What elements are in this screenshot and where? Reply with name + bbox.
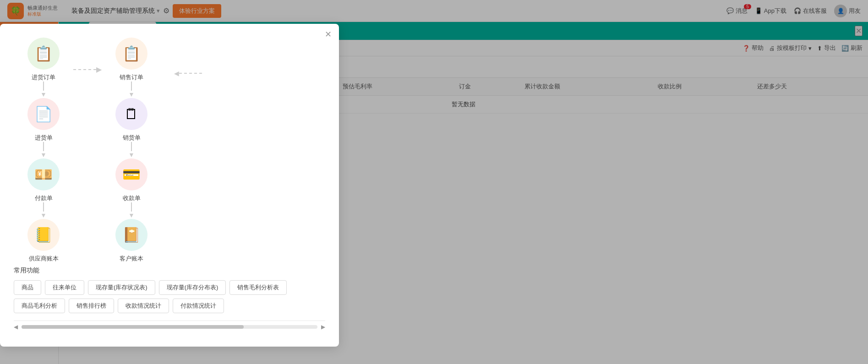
func-btn-stock-dist[interactable]: 现存量(库存分布表) — [159, 280, 226, 295]
modal-overlay: ✕ 📋 进货订单 — [59, 22, 868, 364]
purchase-bill-circle: 📄 — [59, 98, 60, 130]
sales-bill-circle: 🗒 — [115, 98, 147, 130]
purchase-bill-node[interactable]: 📄 进货单 — [59, 98, 73, 142]
scroll-thumb[interactable] — [59, 325, 244, 329]
flow-right-col: 📋 销售订单 ▼ — [102, 38, 161, 263]
sales-bill-node[interactable]: 🗒 销货单 — [102, 98, 161, 142]
common-title: 常用功能 — [59, 266, 325, 275]
scroll-bar: ◀ ▶ — [59, 321, 325, 333]
supplier-ledger-circle: 📒 — [59, 219, 60, 251]
flow-left-col: 📋 进货订单 ▼ — [59, 38, 73, 263]
arrow-v4: ▼ — [128, 142, 135, 158]
supplier-ledger-node[interactable]: 📒 供应商账本 — [59, 219, 73, 263]
sales-order-node[interactable]: 📋 销售订单 — [102, 38, 161, 81]
arrow-v6: ▼ — [128, 202, 135, 219]
arrow-v3: ▼ — [128, 81, 135, 98]
purchase-order-circle: 📋 — [59, 38, 60, 70]
sales-order-label: 销售订单 — [120, 73, 143, 81]
content-area: 首页 销售订单执行表 ✕ ✕ ❓ 帮助 🖨 — [59, 22, 868, 364]
h-arrow-top: ▶ — [73, 54, 102, 86]
scroll-right-arrow[interactable]: ▶ — [321, 324, 325, 330]
app-wrapper: 🍀 畅康通好生意 标准版 装备及固定资产辅助管理系统 ▾ ⚙ 体验行业方案 💬 … — [0, 0, 868, 364]
h-arrows-col: ▶ — [73, 54, 102, 183]
func-btn-partner[interactable]: 往来单位 — [59, 280, 84, 295]
customer-ledger-label: 客户账本 — [120, 255, 143, 263]
receipt-bill-label: 收款单 — [123, 194, 141, 202]
func-btn-sales-rank[interactable]: 销售排行榜 — [69, 299, 114, 313]
func-btn-sales-margin[interactable]: 销售毛利分析表 — [229, 280, 287, 295]
payment-bill-circle: 💴 — [59, 158, 60, 190]
sales-bill-label: 销货单 — [123, 134, 141, 142]
sales-order-circle: 📋 — [115, 38, 147, 70]
flow-diagram: 📋 进货订单 ▼ — [59, 38, 325, 263]
payment-bill-node[interactable]: 💴 付款单 — [59, 158, 73, 202]
scroll-track — [59, 325, 317, 329]
customer-ledger-circle: 📔 — [115, 219, 147, 251]
func-btns: 商品 往来单位 现存量(库存状况表) 现存量(库存分布表) 销售毛利分析表 商品… — [59, 280, 325, 313]
receipt-bill-node[interactable]: 💳 收款单 — [102, 158, 161, 202]
modal-close-button[interactable]: ✕ — [325, 29, 332, 39]
func-btn-stock-status[interactable]: 现存量(库存状况表) — [88, 280, 155, 295]
func-btn-payment-stat[interactable]: 付款情况统计 — [173, 299, 224, 313]
common-functions: 常用功能 商品 往来单位 现存量(库存状况表) 现存量(库存分布表) 销售毛利分… — [59, 266, 325, 313]
main-area: 🔍 搜索菜单 🏠 快捷导航 📢 营销推广 🛒 销售管理 📦 采购管理 🏪 — [0, 22, 868, 364]
purchase-order-node[interactable]: 📋 进货订单 — [59, 38, 73, 81]
func-btn-goods-margin[interactable]: 商品毛利分析 — [59, 299, 65, 313]
receipt-bill-circle: 💳 — [115, 158, 147, 190]
customer-ledger-node[interactable]: 📔 客户账本 — [102, 219, 161, 263]
flow-modal: ✕ 📋 进货订单 — [59, 24, 339, 347]
reverse-arrow: ◀ — [174, 70, 202, 77]
func-btn-receipt-stat[interactable]: 收款情况统计 — [118, 299, 169, 313]
